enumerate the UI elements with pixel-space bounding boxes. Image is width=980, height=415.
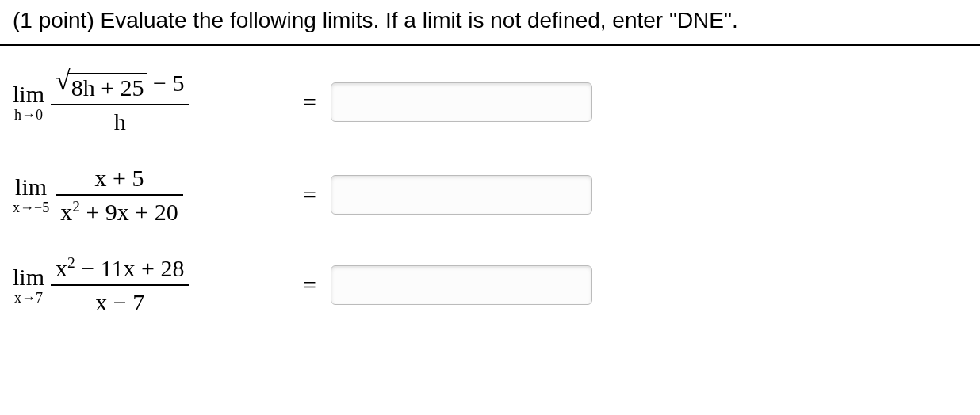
denominator: x2 + 9x + 20 [56, 199, 183, 225]
problem-row: lim x→−5 x + 5 x2 + 9x + 20 = [13, 165, 967, 225]
den-pre: x [60, 199, 72, 225]
limit-operator: lim h→0 [13, 82, 44, 122]
num-pre: x [56, 255, 67, 281]
sqrt: √ 8h + 25 [56, 73, 147, 101]
numerator-after: − 5 [147, 70, 185, 96]
problems-container: lim h→0 √ 8h + 25 − 5 h = lim x→−5 [0, 46, 980, 315]
limit-operator: lim x→−5 [13, 175, 49, 215]
sqrt-icon: √ [56, 71, 71, 90]
num-post: − 11x + 28 [75, 255, 185, 281]
denominator: h [109, 109, 131, 135]
answer-input[interactable] [331, 82, 592, 122]
problem-row: lim x→7 x2 − 11x + 28 x − 7 = [13, 255, 967, 315]
fraction: x + 5 x2 + 9x + 20 [56, 165, 183, 225]
fraction-bar [51, 284, 189, 286]
limit-word: lim [13, 265, 44, 289]
problem-row: lim h→0 √ 8h + 25 − 5 h = [13, 70, 967, 135]
limit-expression: lim x→−5 x + 5 x2 + 9x + 20 [13, 165, 298, 225]
question-header: (1 point) Evaluate the following limits.… [0, 0, 980, 46]
equals-sign: = [303, 89, 316, 116]
fraction: x2 − 11x + 28 x − 7 [51, 255, 189, 315]
fraction-bar [56, 194, 183, 196]
limit-expression: lim x→7 x2 − 11x + 28 x − 7 [13, 255, 298, 315]
numerator: x2 − 11x + 28 [51, 255, 189, 281]
limit-sub: h→0 [14, 108, 43, 122]
limit-sub: x→7 [14, 291, 43, 305]
numerator: x + 5 [90, 165, 148, 191]
limit-operator: lim x→7 [13, 265, 44, 305]
num-exp: 2 [67, 254, 75, 271]
limit-sub: x→−5 [13, 200, 49, 215]
question-header-text: (1 point) Evaluate the following limits.… [13, 8, 738, 32]
denominator: x − 7 [90, 289, 149, 315]
den-post: + 9x + 20 [80, 199, 178, 225]
limit-word: lim [13, 82, 44, 106]
limit-expression: lim h→0 √ 8h + 25 − 5 h [13, 70, 298, 135]
limit-word: lim [15, 175, 47, 199]
answer-input[interactable] [331, 265, 592, 305]
equals-sign: = [303, 181, 316, 208]
radicand: 8h + 25 [68, 73, 147, 101]
answer-input[interactable] [331, 175, 592, 215]
numerator: √ 8h + 25 − 5 [51, 70, 189, 101]
fraction-bar [51, 104, 189, 105]
den-exp: 2 [72, 198, 80, 215]
fraction: √ 8h + 25 − 5 h [51, 70, 189, 135]
equals-sign: = [303, 272, 316, 299]
